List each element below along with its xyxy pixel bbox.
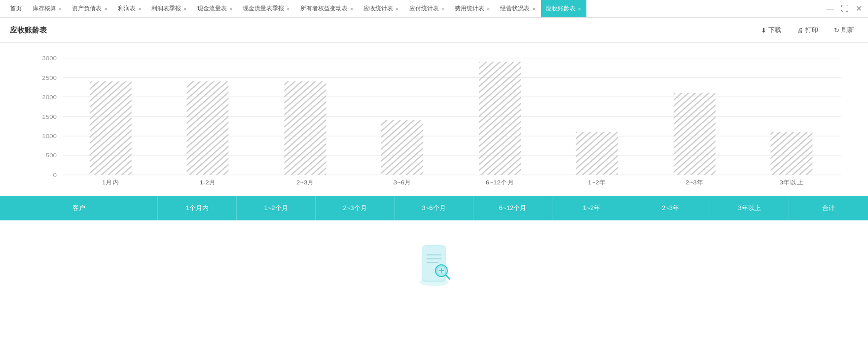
tab-bar: 首页 库存核算 × 资产负债表 × 利润表 × 利润表季报 × 现金流量表 × … [0, 0, 868, 18]
table-header-col-5: 6~12个月 [473, 196, 552, 220]
svg-text:1月内: 1月内 [102, 179, 119, 186]
table-header-col-0: 客户 [0, 196, 158, 220]
svg-text:1500: 1500 [42, 113, 57, 120]
tab-close-ap-stats[interactable]: × [441, 6, 444, 12]
bar-3-6-month [381, 120, 423, 175]
tab-close-inventory[interactable]: × [59, 6, 62, 12]
table-header-col-7: 2~3年 [631, 196, 710, 220]
table-empty-state [0, 220, 868, 299]
tab-ar-aging[interactable]: 应收账龄表 × [541, 0, 586, 18]
table-header-col-8: 3年以上 [710, 196, 789, 220]
tab-cashflow-quarterly[interactable]: 现金流量表季报 × [238, 0, 295, 18]
table-header-col-9: 合计 [789, 196, 868, 220]
tab-close-ar-aging[interactable]: × [578, 6, 581, 12]
svg-text:2~3月: 2~3月 [296, 179, 314, 186]
download-button[interactable]: ⬇ 下载 [757, 24, 785, 36]
chart-area: 3000 2500 2000 1500 1000 500 0 1月内 1-2月 … [0, 43, 868, 196]
tab-close-balance[interactable]: × [104, 6, 107, 12]
bar-1-month [90, 81, 132, 175]
svg-text:3000: 3000 [42, 55, 57, 62]
bar-chart: 3000 2500 2000 1500 1000 500 0 1月内 1-2月 … [15, 53, 853, 191]
svg-text:0: 0 [53, 172, 57, 178]
bar-1-2-month [187, 81, 229, 175]
bar-3-plus-year [770, 132, 812, 175]
tab-profit[interactable]: 利润表 × [113, 0, 146, 18]
bar-2-3-month [284, 81, 326, 175]
window-close-button[interactable]: ✕ [854, 3, 864, 14]
table-header-col-4: 3~6个月 [395, 196, 473, 220]
svg-text:2000: 2000 [42, 94, 57, 100]
tab-profit-quarterly[interactable]: 利润表季报 × [146, 0, 192, 18]
svg-text:1-2月: 1-2月 [199, 179, 216, 186]
svg-line-29 [446, 275, 450, 279]
main-content: 3000 2500 2000 1500 1000 500 0 1月内 1-2月 … [0, 43, 868, 355]
svg-text:1~2年: 1~2年 [588, 179, 606, 186]
svg-text:2~3年: 2~3年 [686, 179, 703, 186]
tab-close-profit-quarterly[interactable]: × [183, 6, 186, 12]
svg-text:2500: 2500 [42, 75, 57, 81]
empty-state-icon [409, 240, 459, 289]
window-maximize-button[interactable]: ⛶ [839, 3, 851, 14]
table-header-col-2: 1~2个月 [237, 196, 316, 220]
page-title: 应收账龄表 [10, 26, 47, 35]
tab-close-ar-stats[interactable]: × [396, 6, 398, 12]
table-header: 客户1个月内1~2个月2~3个月3~6个月6~12个月1~2年2~3年3年以上合… [0, 196, 868, 220]
tab-cashflow[interactable]: 现金流量表 × [192, 0, 238, 18]
tab-inventory[interactable]: 库存核算 × [28, 0, 67, 18]
svg-text:6~12个月: 6~12个月 [486, 179, 514, 186]
tab-close-ops-status[interactable]: × [532, 6, 535, 12]
header-actions: ⬇ 下载 🖨 打印 ↻ 刷新 [757, 24, 858, 36]
tab-home[interactable]: 首页 [4, 4, 28, 13]
download-icon: ⬇ [761, 27, 766, 34]
svg-text:500: 500 [46, 152, 57, 159]
bar-1-2-year [576, 132, 618, 175]
print-icon: 🖨 [797, 27, 803, 34]
bar-6-12-month [479, 62, 521, 175]
tab-expense-stats[interactable]: 费用统计表 × [450, 0, 495, 18]
tab-bar-right: — ⛶ ✕ [824, 3, 864, 14]
tab-equity[interactable]: 所有者权益变动表 × [295, 0, 359, 18]
tab-ap-stats[interactable]: 应付统计表 × [404, 0, 450, 18]
chart-container: 3000 2500 2000 1500 1000 500 0 1月内 1-2月 … [15, 53, 853, 191]
bar-2-3-year [674, 93, 716, 175]
tab-close-profit[interactable]: × [138, 6, 141, 12]
table-header-col-1: 1个月内 [158, 196, 237, 220]
tab-close-cashflow-quarterly[interactable]: × [287, 6, 289, 12]
tab-ops-status[interactable]: 经营状况表 × [495, 0, 541, 18]
svg-text:1000: 1000 [42, 133, 57, 140]
table-header-col-3: 2~3个月 [316, 196, 395, 220]
tab-close-expense-stats[interactable]: × [487, 6, 490, 12]
refresh-button[interactable]: ↻ 刷新 [830, 24, 858, 36]
table-header-col-6: 1~2年 [552, 196, 631, 220]
print-button[interactable]: 🖨 打印 [793, 24, 822, 36]
tab-close-cashflow[interactable]: × [229, 6, 232, 12]
tab-ar-stats[interactable]: 应收统计表 × [359, 0, 404, 18]
svg-text:3~6月: 3~6月 [393, 179, 411, 186]
page-header: 应收账龄表 ⬇ 下载 🖨 打印 ↻ 刷新 [0, 18, 868, 43]
tab-close-equity[interactable]: × [350, 6, 353, 12]
tab-balance[interactable]: 资产负债表 × [67, 0, 112, 18]
refresh-icon: ↻ [834, 27, 839, 34]
svg-text:3年以上: 3年以上 [780, 179, 804, 186]
window-minimize-button[interactable]: — [824, 3, 836, 14]
